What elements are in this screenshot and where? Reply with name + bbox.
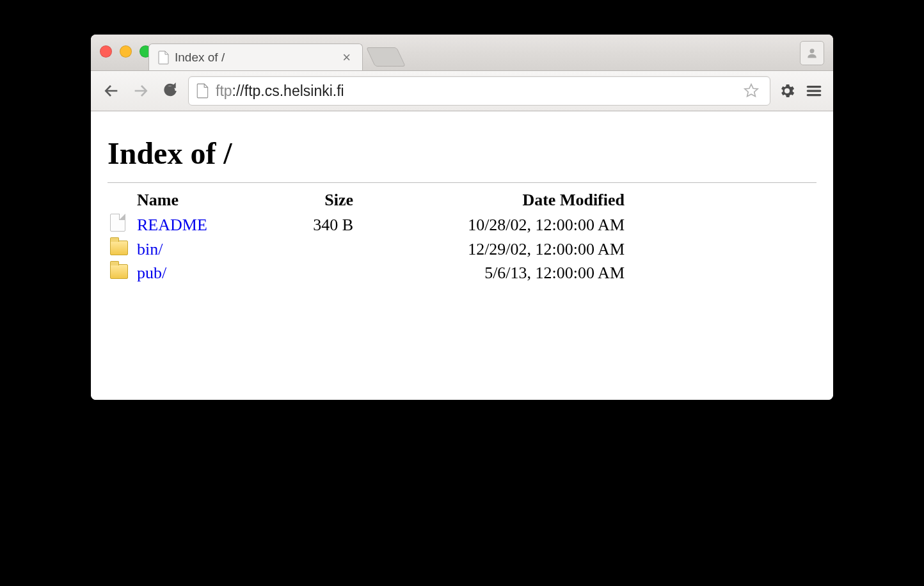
table-row: pub/5/6/13, 12:00:00 AM (108, 261, 627, 285)
file-icon (108, 212, 134, 237)
divider (108, 182, 816, 183)
tab-title: Index of / (175, 51, 340, 65)
svg-point-0 (810, 49, 815, 53)
page-content: Index of / Name Size Date Modified READM… (91, 111, 833, 400)
table-row: bin/12/29/02, 12:00:00 AM (108, 237, 627, 261)
table-row: README340 B10/28/02, 12:00:00 AM (108, 212, 627, 237)
entry-name: bin/ (134, 237, 267, 261)
site-info-icon[interactable] (196, 83, 209, 99)
entry-name: pub/ (134, 261, 267, 285)
entry-link[interactable]: pub/ (137, 264, 166, 282)
url-text[interactable]: ftp://ftp.cs.helsinki.fi (216, 83, 737, 100)
toolbar: ftp://ftp.cs.helsinki.fi (91, 71, 833, 111)
entry-size: 340 B (267, 212, 356, 237)
close-window-button[interactable] (100, 45, 112, 58)
minimize-window-button[interactable] (120, 45, 132, 58)
bookmark-button[interactable] (743, 83, 762, 99)
window-controls (100, 45, 152, 58)
new-tab-button[interactable] (366, 47, 406, 67)
col-name: Name (134, 188, 267, 212)
entry-size (267, 237, 356, 261)
star-icon (743, 83, 760, 99)
entry-size (267, 261, 356, 285)
url-scheme: ftp (216, 83, 232, 99)
user-icon (806, 47, 818, 59)
browser-tab[interactable]: Index of / × (148, 44, 363, 70)
col-size: Size (267, 188, 356, 212)
arrow-right-icon (132, 82, 150, 100)
col-date: Date Modified (356, 188, 627, 212)
entry-date: 10/28/02, 12:00:00 AM (356, 212, 627, 237)
titlebar: Index of / × (91, 35, 833, 71)
back-button[interactable] (100, 79, 123, 102)
reload-button[interactable] (159, 79, 182, 102)
folder-icon (108, 237, 134, 261)
forward-button[interactable] (129, 79, 152, 102)
profile-button[interactable] (800, 41, 824, 65)
settings-button[interactable] (777, 81, 797, 101)
directory-listing: Name Size Date Modified README340 B10/28… (108, 188, 627, 285)
hamburger-icon (806, 83, 822, 99)
entry-link[interactable]: bin/ (137, 240, 163, 258)
entry-link[interactable]: README (137, 216, 207, 234)
entry-name: README (134, 212, 267, 237)
entry-date: 12/29/02, 12:00:00 AM (356, 237, 627, 261)
page-icon (158, 51, 170, 65)
header-row: Name Size Date Modified (108, 188, 627, 212)
menu-button[interactable] (804, 81, 824, 101)
close-tab-icon[interactable]: × (340, 51, 353, 65)
tab-strip: Index of / × (148, 35, 401, 70)
browser-window: Index of / × ftp://ftp.cs.helsinki.fi (91, 35, 833, 400)
address-bar[interactable]: ftp://ftp.cs.helsinki.fi (188, 76, 770, 106)
gear-icon (778, 82, 796, 100)
folder-icon (108, 261, 134, 285)
page-heading: Index of / (108, 136, 816, 171)
arrow-left-icon (102, 82, 120, 100)
entry-date: 5/6/13, 12:00:00 AM (356, 261, 627, 285)
url-rest: ://ftp.cs.helsinki.fi (232, 83, 344, 99)
reload-icon (162, 83, 179, 99)
